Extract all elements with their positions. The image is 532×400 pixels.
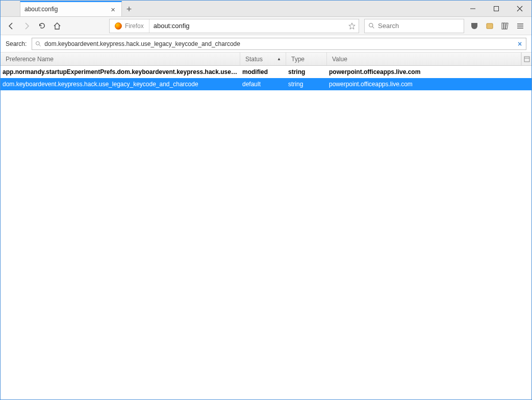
url-text[interactable]: about:config [149, 22, 345, 30]
close-icon[interactable]: × [109, 5, 117, 14]
toolbar-right-icons [467, 19, 527, 33]
tab-strip: about:config × + [1, 1, 531, 17]
cell-type: string [286, 68, 327, 76]
search-box[interactable] [364, 19, 464, 33]
table-row[interactable]: dom.keyboardevent.keypress.hack.use_lega… [1, 78, 531, 90]
cell-value: powerpoint.officeapps.live.com [327, 81, 531, 88]
header-status[interactable]: Status ▲ [240, 53, 286, 65]
bookmark-star-icon[interactable] [345, 22, 359, 30]
config-search-input[interactable] [44, 40, 514, 47]
url-bar[interactable]: Firefox about:config [109, 19, 359, 33]
header-type[interactable]: Type [286, 53, 327, 65]
window-controls [461, 1, 531, 17]
reload-button[interactable] [35, 19, 48, 33]
search-icon [32, 41, 44, 47]
minimize-button[interactable] [461, 1, 485, 17]
ublock-icon[interactable] [467, 19, 482, 33]
tab-label: about:config [24, 6, 109, 13]
nav-toolbar: Firefox about:config [1, 17, 531, 35]
clear-search-icon[interactable]: × [514, 40, 526, 48]
cell-status: modified [240, 68, 286, 76]
browser-window: about:config × + [0, 0, 532, 400]
svg-rect-1 [494, 7, 499, 11]
back-button[interactable] [5, 19, 18, 33]
extension-icon[interactable] [483, 19, 497, 33]
cell-name: dom.keyboardevent.keypress.hack.use_lega… [1, 81, 240, 88]
cell-name: app.normandy.startupExperimentPrefs.dom.… [1, 68, 240, 76]
tab-active[interactable]: about:config × [20, 1, 122, 16]
svg-point-4 [369, 23, 372, 27]
firefox-icon [115, 22, 122, 30]
table-row[interactable]: app.normandy.startupExperimentPrefs.dom.… [1, 66, 531, 78]
config-search-label: Search: [6, 40, 27, 47]
search-input[interactable] [378, 22, 464, 30]
table-body: app.normandy.startupExperimentPrefs.dom.… [1, 66, 531, 399]
cell-type: string [286, 81, 327, 88]
svg-line-5 [372, 27, 374, 28]
home-button[interactable] [50, 19, 64, 33]
forward-button[interactable] [20, 19, 33, 33]
svg-rect-9 [505, 22, 508, 29]
search-icon [365, 22, 378, 29]
svg-rect-6 [487, 23, 493, 29]
svg-point-13 [36, 41, 40, 45]
svg-rect-7 [502, 23, 503, 29]
config-search-bar: Search: × [1, 35, 531, 53]
menu-icon[interactable] [513, 19, 527, 33]
header-value[interactable]: Value [327, 53, 521, 65]
identity-label: Firefox [125, 22, 144, 30]
svg-rect-15 [524, 57, 529, 62]
maximize-button[interactable] [485, 1, 508, 17]
svg-line-14 [39, 44, 41, 46]
library-icon[interactable] [498, 19, 512, 33]
config-search-box[interactable]: × [32, 38, 526, 50]
cell-status: default [240, 81, 286, 88]
header-preference-name[interactable]: Preference Name [1, 53, 240, 65]
new-tab-button[interactable]: + [122, 2, 136, 16]
cell-value: powerpoint.officeapps.live.com [327, 68, 531, 76]
identity-box[interactable]: Firefox [110, 19, 149, 33]
close-window-button[interactable] [508, 1, 531, 17]
column-picker-icon[interactable] [521, 53, 531, 65]
svg-rect-8 [504, 23, 505, 29]
table-headers: Preference Name Status ▲ Type Value [1, 53, 531, 66]
sort-ascending-icon: ▲ [277, 57, 281, 61]
